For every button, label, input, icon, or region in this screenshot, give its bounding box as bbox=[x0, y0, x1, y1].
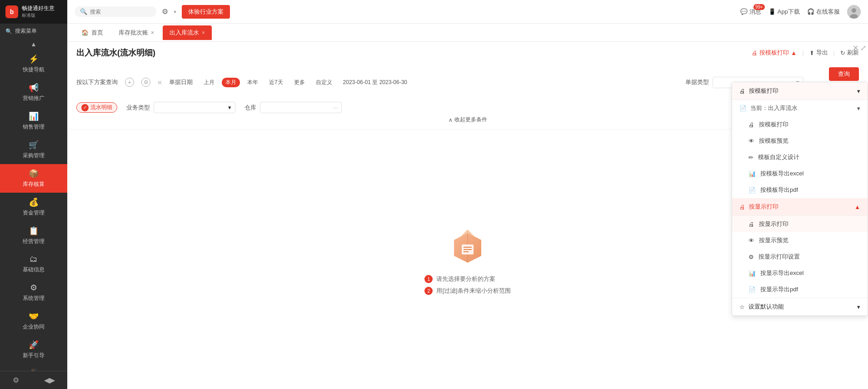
collapse-chevron-icon: ∧ bbox=[449, 117, 453, 123]
display-print-section-label: 按显示打印 bbox=[749, 203, 778, 211]
tab-home[interactable]: 🏠 首页 bbox=[75, 25, 110, 40]
print-btn[interactable]: 🖨 按模板打印 ▲ bbox=[752, 49, 797, 57]
sidebar-item-marketing[interactable]: 📢 营销推广 bbox=[0, 78, 67, 107]
filter-settings-btn[interactable]: ⚙ bbox=[141, 78, 150, 87]
print-dropdown-panel: 🖨 按模板打印 ▾ 📄 当前：出入库流水 ▾ 🖨 按模板打印 👁 bbox=[732, 82, 868, 316]
template-print-doc-icon: 🖨 bbox=[748, 121, 754, 128]
date-option-last-month[interactable]: 上月 bbox=[200, 78, 218, 87]
filter-collapse-btn[interactable]: « bbox=[158, 78, 162, 86]
filter-add-btn[interactable]: + bbox=[125, 78, 134, 87]
sidebar-item-purchase[interactable]: 🛒 采购管理 bbox=[0, 135, 67, 164]
basic-icon: 🗂 bbox=[30, 254, 38, 264]
sidebar-item-quick-nav[interactable]: ⚡ 快捷导航 bbox=[0, 50, 67, 78]
tab-home-label: 首页 bbox=[91, 29, 103, 37]
display-print-settings-item[interactable]: ⚙ 按显示打印设置 bbox=[732, 249, 868, 265]
sidebar-item-system[interactable]: ⚙ 系统管理 bbox=[0, 278, 67, 307]
message-btn[interactable]: 💬 消息 99+ bbox=[740, 8, 761, 16]
panel-controls: ✕ ⤢ bbox=[851, 42, 868, 54]
sidebar-item-label: 采购管理 bbox=[23, 152, 45, 160]
settings-footer-icon[interactable]: ⚙ bbox=[13, 376, 19, 384]
guide-icon: 🚀 bbox=[29, 340, 39, 350]
marketing-icon: 📢 bbox=[29, 83, 39, 93]
filter-date-row: 单据日期 上月 本月 本年 近7天 更多 自定义 2023-06-01 至 20… bbox=[169, 78, 678, 87]
tab-batch-close-icon[interactable]: × bbox=[151, 30, 154, 36]
date-range-display: 2023-06-01 至 2023-06-30 bbox=[343, 79, 407, 86]
date-option-custom[interactable]: 自定义 bbox=[312, 78, 336, 87]
online-service-btn[interactable]: 🎧 在线客服 bbox=[807, 8, 840, 16]
panel-maximize-btn[interactable]: ⤢ bbox=[860, 44, 866, 52]
query-btn[interactable]: 查询 bbox=[829, 67, 859, 81]
template-preview-item[interactable]: 👁 按模板预览 bbox=[732, 133, 868, 149]
default-function-label: 设置默认功能 bbox=[748, 303, 784, 311]
current-template-label: 当前：出入库流水 bbox=[750, 104, 798, 112]
date-option-this-year[interactable]: 本年 bbox=[244, 78, 262, 87]
topbar-search-box[interactable]: 🔍 bbox=[75, 6, 156, 17]
app-name: 畅捷通好生意 bbox=[22, 5, 55, 12]
sidebar-item-app-center[interactable]: 📱 应用中心 bbox=[0, 364, 67, 371]
sidebar-item-label: 营销推广 bbox=[23, 95, 45, 102]
sidebar-item-inventory[interactable]: 📦 库存核算 bbox=[0, 164, 67, 193]
template-preview-label: 按模板预览 bbox=[759, 137, 788, 145]
export-btn[interactable]: ⬆ 导出 bbox=[809, 49, 828, 57]
template-print-item[interactable]: 🖨 按模板打印 bbox=[732, 116, 868, 133]
sidebar-nav: ▲ ⚡ 快捷导航 📢 营销推广 📊 销售管理 🛒 采购管理 📦 库存核算 💰 资… bbox=[0, 39, 67, 371]
template-custom-item[interactable]: ✏ 模板自定义设计 bbox=[732, 149, 868, 165]
topbar-search-icon: 🔍 bbox=[80, 8, 87, 15]
current-template-icon: 📄 bbox=[739, 105, 747, 112]
display-pdf-item[interactable]: 📄 按显示导出pdf bbox=[732, 281, 868, 298]
collapse-sidebar-icon[interactable]: ◀▶ bbox=[44, 376, 55, 384]
sidebar-item-label: 销售管理 bbox=[23, 123, 45, 131]
tab-batch-account[interactable]: 库存批次账 × bbox=[112, 25, 161, 40]
user-avatar[interactable] bbox=[847, 5, 861, 19]
message-icon: 💬 bbox=[740, 8, 748, 15]
sidebar-item-operations[interactable]: 📋 经营管理 bbox=[0, 221, 67, 250]
step-2-num: 2 bbox=[424, 287, 433, 295]
display-print-header[interactable]: 🖨 按显示打印 ▲ bbox=[732, 198, 868, 216]
sidebar-item-sales[interactable]: 📊 销售管理 bbox=[0, 107, 67, 135]
display-print-item[interactable]: 🖨 按显示打印 bbox=[732, 216, 868, 232]
template-print-header[interactable]: 🖨 按模板打印 ▾ bbox=[732, 82, 868, 100]
template-pdf-item[interactable]: 📄 按模板导出pdf bbox=[732, 182, 868, 198]
empty-step-1: 1 请先选择要分析的方案 bbox=[424, 275, 510, 283]
sidebar-item-guide[interactable]: 🚀 新手引导 bbox=[0, 335, 67, 364]
current-template-item[interactable]: 📄 当前：出入库流水 ▾ bbox=[732, 100, 868, 116]
sidebar-item-enterprise[interactable]: 🤝 企业协同 bbox=[0, 307, 67, 335]
page-actions: 🖨 按模板打印 ▲ | ⬆ 导出 | ↻ 刷新 bbox=[752, 49, 859, 57]
panel-close-btn[interactable]: ✕ bbox=[853, 44, 858, 52]
date-option-more[interactable]: 更多 bbox=[290, 78, 309, 87]
filter-tag-flow[interactable]: ✓ 流水明细 bbox=[76, 102, 117, 113]
sidebar-item-basic[interactable]: 🗂 基础信息 bbox=[0, 250, 67, 278]
date-option-7days[interactable]: 近7天 bbox=[265, 78, 287, 87]
system-icon: ⚙ bbox=[30, 283, 37, 293]
date-option-this-month[interactable]: 本月 bbox=[222, 78, 240, 87]
sidebar-scroll-up[interactable]: ▲ bbox=[0, 39, 67, 50]
default-function-btn[interactable]: ☆ 设置默认功能 ▾ bbox=[732, 298, 868, 315]
doc-type-label: 单据类型 bbox=[685, 78, 709, 86]
sidebar-search[interactable]: 🔍 搜索菜单 bbox=[0, 24, 67, 39]
warehouse-more-icon[interactable]: ··· bbox=[333, 104, 338, 111]
app-download-btn[interactable]: 📱 App下载 bbox=[768, 8, 800, 16]
default-function-icon: ☆ bbox=[739, 304, 745, 310]
display-print-settings-label: 按显示打印设置 bbox=[758, 253, 800, 261]
template-excel-item[interactable]: 📊 按模板导出excel bbox=[732, 165, 868, 182]
export-icon: ⬆ bbox=[809, 50, 814, 56]
action-sep-1: | bbox=[802, 50, 803, 56]
business-type-field: 业务类型 ▾ bbox=[126, 102, 235, 113]
empty-step-2: 2 用[过滤]条件来缩小分析范围 bbox=[424, 287, 510, 295]
tab-inout-flow[interactable]: 出入库流水 × bbox=[163, 25, 212, 40]
industry-btn[interactable]: 体验行业方案 bbox=[182, 5, 230, 19]
filter-date-options: 上月 本月 本年 近7天 更多 自定义 bbox=[200, 78, 336, 87]
inventory-icon: 📦 bbox=[29, 169, 39, 179]
sidebar-item-finance[interactable]: 💰 资金管理 bbox=[0, 193, 67, 221]
topbar-gear-icon[interactable]: ⚙ bbox=[162, 7, 168, 16]
business-type-select[interactable]: ▾ bbox=[154, 102, 235, 113]
topbar-search-input[interactable] bbox=[90, 9, 151, 15]
template-excel-icon: 📊 bbox=[748, 170, 756, 177]
display-excel-item[interactable]: 📊 按显示导出excel bbox=[732, 265, 868, 281]
sidebar-item-label: 经营管理 bbox=[23, 238, 45, 245]
topbar-dropdown-icon[interactable]: ▾ bbox=[174, 9, 176, 15]
tab-inout-close-icon[interactable]: × bbox=[202, 30, 205, 36]
display-preview-item[interactable]: 👁 按显示预览 bbox=[732, 232, 868, 249]
refresh-icon: ↻ bbox=[840, 50, 845, 56]
warehouse-select[interactable]: ··· bbox=[260, 102, 342, 113]
